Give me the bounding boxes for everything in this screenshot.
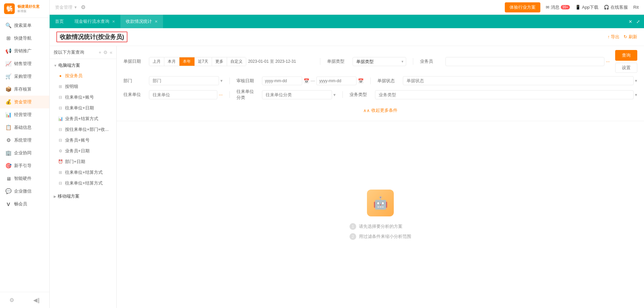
review-date-start-input[interactable] <box>262 76 302 85</box>
sidebar-item-label: 资金管理 <box>14 99 32 105</box>
inventory-icon: 📦 <box>5 86 11 92</box>
unit-calc2-icon: ⊟ <box>58 181 63 186</box>
scheme-item-unit-dept-receipt[interactable]: ⊟ 按往来单位+部门+收... <box>50 124 116 135</box>
add-scheme-btn[interactable]: + <box>99 50 101 55</box>
left-panel-title: 按以下方案查询 <box>54 49 97 55</box>
calendar-start-icon[interactable]: 📅 <box>304 78 309 84</box>
download-icon: 📱 <box>575 5 581 10</box>
salesperson-label: 业务员 <box>420 58 440 64</box>
sidebar-item-label: 快捷导航 <box>14 35 32 41</box>
user-avatar[interactable]: Rit <box>633 5 639 10</box>
operation-icon: 📊 <box>5 112 11 118</box>
calendar-end-icon[interactable]: 📅 <box>358 78 364 84</box>
scheme-item-unit-date[interactable]: ⊟ 往来单位+日期 <box>50 103 116 113</box>
business-type-input[interactable] <box>375 90 634 99</box>
sidebar-collapse-icon[interactable]: ◀‖ <box>31 295 42 305</box>
refresh-btn[interactable]: ↻ 刷新 <box>624 34 637 40</box>
topbar: 资金管理 ▾ ⚙ 体验行业方案 ✉ 消息 99+ 📱 App下载 🎧 在线客服 … <box>50 0 644 15</box>
search-menu-icon: 🔍 <box>5 22 11 29</box>
date-tab-last-month[interactable]: 上月 <box>149 57 164 66</box>
left-panel: 按以下方案查询 + ⚙ « ▼ 电脑端方案 ● 按业务员 ⊞ 按明细 <box>50 46 117 308</box>
business-type-label: 业务类型 <box>350 92 370 98</box>
scheme-item-unit-account[interactable]: ⊟ 往来单位+账号 <box>50 92 116 103</box>
sidebar-item-enterprise[interactable]: 🏢 企业协同 <box>0 147 49 159</box>
sidebar-bottom: ⚙ ◀‖ <box>0 292 49 308</box>
scheme-item-salesperson-calc[interactable]: 📊 业务员+结算方式 <box>50 113 116 124</box>
scheme-item-label: 往来单位+账号 <box>65 94 94 100</box>
panel-collapse-btn[interactable]: « <box>110 50 112 55</box>
unit-more-btn[interactable]: ··· <box>219 92 223 97</box>
tab-receipt-stats[interactable]: 收款情况统计 ✕ <box>120 15 163 28</box>
scheme-item-salesperson-account[interactable]: ⊟ 业务员+账号 <box>50 135 116 146</box>
scheme-item-unit-calc1[interactable]: ⊞ 往来单位+结算方式 <box>50 167 116 178</box>
unit-category-chevron: ▾ <box>333 92 336 97</box>
scheme-group-desktop-title[interactable]: ▼ 电脑端方案 <box>50 60 116 70</box>
filter-divider-3 <box>229 78 230 84</box>
sidebar-item-member[interactable]: V 畅会员 <box>0 198 49 210</box>
date-range: 2023-01-01 至 2023-12-31 <box>248 59 296 64</box>
collapse-conditions-btn[interactable]: ∧∧ 收起更多条件 <box>123 104 637 117</box>
sidebar-item-purchase[interactable]: 🛒 采购管理 <box>0 70 49 83</box>
query-button[interactable]: 查询 <box>615 50 637 61</box>
trial-btn[interactable]: 体验行业方案 <box>505 2 540 12</box>
sidebar-item-label: 智能硬件 <box>14 175 32 182</box>
salesperson-more-btn[interactable]: ··· <box>606 59 610 64</box>
topbar-settings-icon[interactable]: ⚙ <box>81 4 86 10</box>
sidebar-item-search-menu[interactable]: 🔍 搜索菜单 <box>0 19 49 32</box>
review-date-end-input[interactable] <box>316 76 357 85</box>
document-type-select[interactable]: 单据类型 <box>353 57 406 66</box>
sidebar-item-label: 经营管理 <box>14 112 32 118</box>
filter-divider-2 <box>413 58 413 65</box>
export-btn[interactable]: ↑ 导出 <box>607 34 620 40</box>
sidebar-item-label: 营销推广 <box>14 48 32 54</box>
sidebar-item-operation[interactable]: 📊 经营管理 <box>0 108 49 121</box>
unit-label: 往来单位 <box>123 92 144 98</box>
refresh-icon: ↻ <box>624 34 627 39</box>
unit-input[interactable] <box>149 90 217 99</box>
sidebar-item-wechat[interactable]: 💬 企业微信 <box>0 185 49 198</box>
date-tab-this-month[interactable]: 本月 <box>164 57 179 66</box>
scheme-item-by-detail[interactable]: ⊞ 按明细 <box>50 81 116 92</box>
tab-bank-flow[interactable]: 现金银行流水查询 ✕ <box>69 15 120 28</box>
sidebar-settings-icon[interactable]: ⚙ <box>7 295 16 305</box>
online-service-btn[interactable]: 🎧 在线客服 <box>604 4 628 10</box>
sidebar-item-basic[interactable]: 📋 基础信息 <box>0 121 49 134</box>
app-download-btn[interactable]: 📱 App下载 <box>575 4 598 10</box>
sidebar-item-hardware[interactable]: 🖥 智能硬件 <box>0 172 49 185</box>
salesperson-input[interactable] <box>445 57 604 66</box>
messages-btn[interactable]: ✉ 消息 99+ <box>546 4 570 10</box>
logo-text: 畅捷通好生意 <box>17 4 40 9</box>
date-tab-custom[interactable]: 自定义 <box>227 57 246 66</box>
scheme-item-dept-date[interactable]: ⏰ 部门+日期 <box>50 156 116 167</box>
unit-category-input[interactable] <box>262 90 332 99</box>
sidebar: 畅 畅捷通好生意 标准版 🔍 搜索菜单 ⊞ 快捷导航 📢 营销推广 📈 销售管理… <box>0 0 50 308</box>
document-status-input[interactable] <box>403 76 634 85</box>
tabbar-close-icon[interactable]: ✕ <box>629 19 632 24</box>
sidebar-item-sales[interactable]: 📈 销售管理 <box>0 57 49 70</box>
sidebar-item-inventory[interactable]: 📦 库存核算 <box>0 83 49 96</box>
filter-divider-6 <box>342 91 343 98</box>
settings-button[interactable]: 设置 <box>615 63 637 73</box>
scheme-item-label: 业务员+日期 <box>65 148 90 154</box>
scheme-group-mobile-title[interactable]: ▶ 移动端方案 <box>50 191 116 201</box>
dept-chevron-icon: ▾ <box>220 78 223 83</box>
scheme-settings-btn[interactable]: ⚙ <box>103 50 108 55</box>
date-tab-this-year[interactable]: 本年 <box>179 57 195 66</box>
sidebar-item-finance[interactable]: 💰 资金管理 <box>0 96 49 108</box>
dept-input[interactable] <box>149 76 219 85</box>
scheme-item-salesperson-date[interactable]: ⚙ 业务员+日期 <box>50 146 116 156</box>
sidebar-item-marketing[interactable]: 📢 营销推广 <box>0 45 49 57</box>
tab-home[interactable]: 首页 <box>50 15 69 28</box>
sidebar-item-system[interactable]: ⚙ 系统管理 <box>0 134 49 147</box>
tab-receipt-stats-close[interactable]: ✕ <box>155 19 158 24</box>
unit-category-label: 往来单位分类 <box>236 89 257 101</box>
tabbar-expand-icon[interactable]: ⤢ <box>636 19 640 24</box>
date-tab-more[interactable]: 更多 <box>212 57 227 66</box>
date-tab-last7[interactable]: 近7天 <box>195 57 212 66</box>
scheme-item-by-salesperson[interactable]: ● 按业务员 <box>50 70 116 81</box>
scheme-item-unit-calc2[interactable]: ⊟ 往来单位+结算方式 <box>50 178 116 189</box>
quick-nav-icon: ⊞ <box>5 35 11 41</box>
sidebar-item-beginner[interactable]: 🎯 新手引导 <box>0 159 49 172</box>
tab-bank-flow-close[interactable]: ✕ <box>112 19 115 24</box>
sidebar-item-quick-nav[interactable]: ⊞ 快捷导航 <box>0 32 49 45</box>
